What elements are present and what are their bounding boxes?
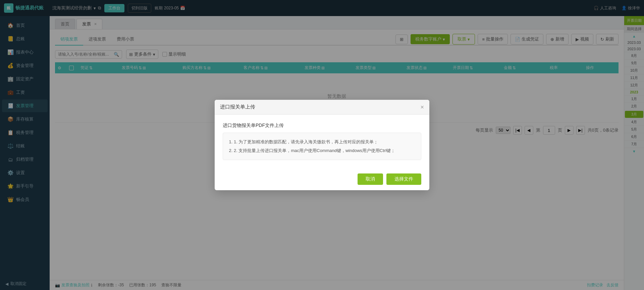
- modal-header: 进口报关单上传 ×: [215, 100, 429, 115]
- modal-cancel-button[interactable]: 取消: [358, 173, 383, 185]
- modal-close-button[interactable]: ×: [420, 104, 424, 110]
- modal-select-button[interactable]: 选择文件: [386, 173, 421, 185]
- modal-overlay[interactable]: 进口报关单上传 × 进口货物报关单PDF文件上传 1. 为了更加精准的数据匹配，…: [0, 0, 644, 290]
- info-item-2: 2. 支持批量上传进口报关单，mac用户使用Command键，windows用户…: [234, 146, 416, 155]
- modal-section-title: 进口货物报关单PDF文件上传: [223, 123, 421, 129]
- modal-body: 进口货物报关单PDF文件上传 1. 为了更加精准的数据匹配，请先录入海关缴款书，…: [215, 115, 429, 168]
- modal-title: 进口报关单上传: [220, 104, 255, 110]
- info-list: 1. 为了更加精准的数据匹配，请先录入海关缴款书，再上传对应的报关单； 2. 支…: [228, 138, 416, 155]
- modal-footer: 取消 选择文件: [215, 168, 429, 190]
- modal-info-box: 1. 为了更加精准的数据匹配，请先录入海关缴款书，再上传对应的报关单； 2. 支…: [223, 133, 421, 160]
- info-item-1: 1. 为了更加精准的数据匹配，请先录入海关缴款书，再上传对应的报关单；: [234, 138, 416, 146]
- import-modal: 进口报关单上传 × 进口货物报关单PDF文件上传 1. 为了更加精准的数据匹配，…: [215, 100, 429, 190]
